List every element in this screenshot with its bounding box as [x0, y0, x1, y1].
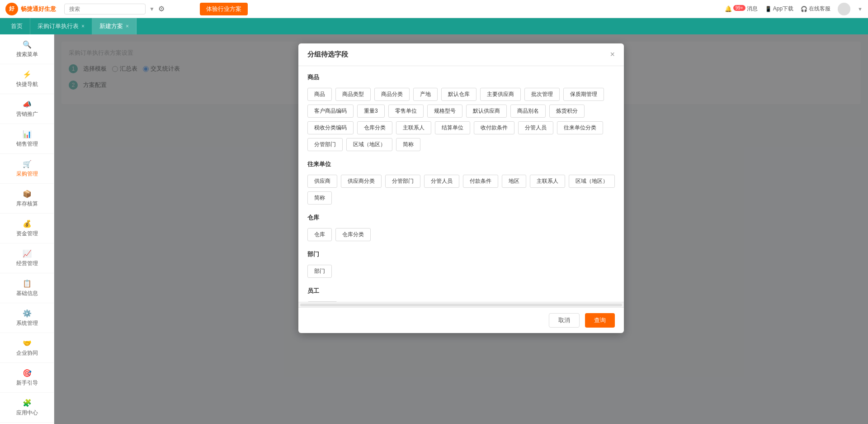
modal-close-btn[interactable]: × — [610, 50, 615, 59]
gear-icon[interactable]: ⚙ — [158, 5, 165, 13]
sidebar-item-10[interactable]: 🤝 企业协同 — [0, 333, 54, 363]
sidebar: 🔍 搜索菜单 ⚡ 快捷导航 📣 营销推广 📊 销售管理 🛒 采购管理 📦 库存核… — [0, 34, 54, 424]
field-tag-0-2[interactable]: 商品分类 — [374, 88, 410, 101]
field-tag-0-23[interactable]: 区域（地区） — [346, 138, 392, 151]
tab-new-plan[interactable]: 新建方案 × — [92, 18, 137, 34]
sidebar-item-11[interactable]: 🎯 新手引导 — [0, 363, 54, 393]
field-tag-1-5[interactable]: 地区 — [502, 175, 526, 188]
sidebar-item-6[interactable]: 💰 资金管理 — [0, 214, 54, 243]
sidebar-item-2[interactable]: 📣 营销推广 — [0, 94, 54, 124]
field-tag-0-1[interactable]: 商品类型 — [335, 88, 371, 101]
sidebar-label-0: 搜索菜单 — [16, 51, 38, 58]
sidebar-item-3[interactable]: 📊 销售管理 — [0, 124, 54, 154]
modal-header: 分组待选字段 × — [298, 43, 624, 66]
field-tag-0-13[interactable]: 商品别名 — [510, 105, 546, 118]
field-tag-2-0[interactable]: 仓库 — [307, 228, 332, 241]
field-tag-0-15[interactable]: 税收分类编码 — [307, 121, 354, 134]
field-tag-0-24[interactable]: 简称 — [396, 138, 420, 151]
field-tag-0-21[interactable]: 往来单位分类 — [557, 121, 603, 134]
section-title-warehouse: 仓库 — [307, 214, 615, 224]
sidebar-icon-2: 📣 — [23, 100, 32, 109]
sidebar-item-0[interactable]: 🔍 搜索菜单 — [0, 34, 54, 64]
field-tag-0-8[interactable]: 客户商品编码 — [307, 105, 354, 118]
avatar[interactable] — [838, 3, 850, 15]
field-tag-1-8[interactable]: 简称 — [307, 191, 332, 205]
field-tag-0-7[interactable]: 保质期管理 — [563, 88, 604, 101]
sidebar-item-7[interactable]: 📈 经营管理 — [0, 243, 54, 273]
field-tag-0-6[interactable]: 批次管理 — [524, 88, 560, 101]
tab-close-new-plan[interactable]: × — [126, 23, 129, 29]
tab-purchase-execution[interactable]: 采购订单执行表 × — [30, 18, 92, 34]
section-department: 部门部门 — [307, 250, 615, 278]
cancel-button[interactable]: 取消 — [549, 313, 580, 328]
sidebar-icon-1: ⚡ — [23, 70, 32, 79]
modal-scroll-bottom — [298, 302, 624, 307]
modal-overlay[interactable]: 分组待选字段 × 商品商品商品类型商品分类产地默认仓库主要供应商批次管理保质期管… — [54, 34, 868, 424]
headset-icon: 🎧 — [801, 6, 807, 12]
sidebar-icon-11: 🎯 — [23, 368, 32, 377]
modal-field-select: 分组待选字段 × 商品商品商品类型商品分类产地默认仓库主要供应商批次管理保质期管… — [298, 43, 624, 333]
field-tag-0-20[interactable]: 分管人员 — [518, 121, 553, 134]
horizontal-scrollbar[interactable] — [300, 304, 622, 306]
field-tag-0-10[interactable]: 零售单位 — [388, 105, 424, 118]
confirm-button[interactable]: 查询 — [585, 313, 615, 328]
section-title-employee: 员工 — [307, 287, 615, 297]
section-warehouse: 仓库仓库仓库分类 — [307, 214, 615, 241]
field-tag-1-0[interactable]: 供应商 — [307, 175, 337, 188]
notification-area[interactable]: 🔔 99+ 消息 — [725, 5, 758, 13]
sidebar-icon-0: 🔍 — [23, 40, 32, 49]
logo-text: 畅捷通好生意 — [21, 5, 56, 13]
field-tag-1-4[interactable]: 付款条件 — [463, 175, 498, 188]
sidebar-label-3: 销售管理 — [16, 140, 38, 148]
sidebar-item-5[interactable]: 📦 库存核算 — [0, 184, 54, 214]
logo-area: 好 畅捷通好生意 — [5, 3, 60, 15]
field-tag-0-12[interactable]: 默认供应商 — [466, 105, 507, 118]
search-input[interactable] — [64, 4, 146, 14]
sidebar-icon-9: ⚙️ — [23, 309, 32, 318]
sidebar-icon-3: 📊 — [23, 129, 32, 138]
sidebar-icon-5: 📦 — [23, 189, 32, 198]
field-tag-0-11[interactable]: 规格型号 — [427, 105, 462, 118]
sidebar-label-2: 营销推广 — [16, 110, 38, 118]
field-tag-0-9[interactable]: 重量3 — [357, 105, 385, 118]
dropdown-arrow-icon[interactable]: ▼ — [149, 6, 155, 12]
sidebar-item-9[interactable]: ⚙️ 系统管理 — [0, 303, 54, 333]
tab-home[interactable]: 首页 — [4, 18, 30, 34]
sidebar-item-12[interactable]: 🧩 应用中心 — [0, 393, 54, 423]
sidebar-item-4[interactable]: 🛒 采购管理 — [0, 154, 54, 184]
field-grid-partner: 供应商供应商分类分管部门分管人员付款条件地区主联系人区域（地区）简称 — [307, 175, 615, 205]
field-tag-3-0[interactable]: 部门 — [307, 265, 332, 278]
bell-icon: 🔔 — [725, 5, 732, 12]
top-search: ▼ ⚙ — [64, 4, 200, 14]
field-tag-1-7[interactable]: 区域（地区） — [569, 175, 615, 188]
field-tag-0-14[interactable]: 炼货积分 — [549, 105, 585, 118]
sidebar-item-8[interactable]: 📋 基础信息 — [0, 273, 54, 303]
field-tag-1-3[interactable]: 分管人员 — [424, 175, 459, 188]
tab-close-purchase[interactable]: × — [81, 23, 85, 29]
sidebar-item-1[interactable]: ⚡ 快捷导航 — [0, 64, 54, 94]
user-menu-arrow[interactable]: ▼ — [858, 6, 863, 12]
sidebar-label-6: 资金管理 — [16, 230, 38, 238]
field-tag-0-18[interactable]: 结算单位 — [435, 121, 470, 134]
sidebar-label-12: 应用中心 — [16, 409, 38, 417]
field-tag-0-3[interactable]: 产地 — [413, 88, 438, 101]
field-tag-1-2[interactable]: 分管部门 — [385, 175, 420, 188]
field-tag-0-19[interactable]: 收付款条件 — [474, 121, 514, 134]
top-actions: 🔔 99+ 消息 📱 App下载 🎧 在线客服 ▼ — [725, 3, 863, 15]
app-download[interactable]: 📱 App下载 — [765, 5, 793, 13]
field-tag-0-16[interactable]: 仓库分类 — [357, 121, 392, 134]
section-goods: 商品商品商品类型商品分类产地默认仓库主要供应商批次管理保质期管理客户商品编码重量… — [307, 73, 615, 151]
field-tag-0-22[interactable]: 分管部门 — [307, 138, 343, 151]
online-service[interactable]: 🎧 在线客服 — [801, 5, 830, 13]
field-tag-0-17[interactable]: 主联系人 — [396, 121, 431, 134]
experience-btn[interactable]: 体验行业方案 — [200, 3, 248, 15]
field-tag-0-4[interactable]: 默认仓库 — [441, 88, 476, 101]
field-tag-2-1[interactable]: 仓库分类 — [335, 228, 371, 241]
section-partner: 往来单位供应商供应商分类分管部门分管人员付款条件地区主联系人区域（地区）简称 — [307, 160, 615, 205]
field-tag-1-1[interactable]: 供应商分类 — [341, 175, 382, 188]
field-grid-department: 部门 — [307, 265, 615, 278]
field-tag-0-0[interactable]: 商品 — [307, 88, 332, 101]
field-tag-0-5[interactable]: 主要供应商 — [480, 88, 521, 101]
field-tag-1-6[interactable]: 主联系人 — [530, 175, 565, 188]
field-grid-warehouse: 仓库仓库分类 — [307, 228, 615, 241]
